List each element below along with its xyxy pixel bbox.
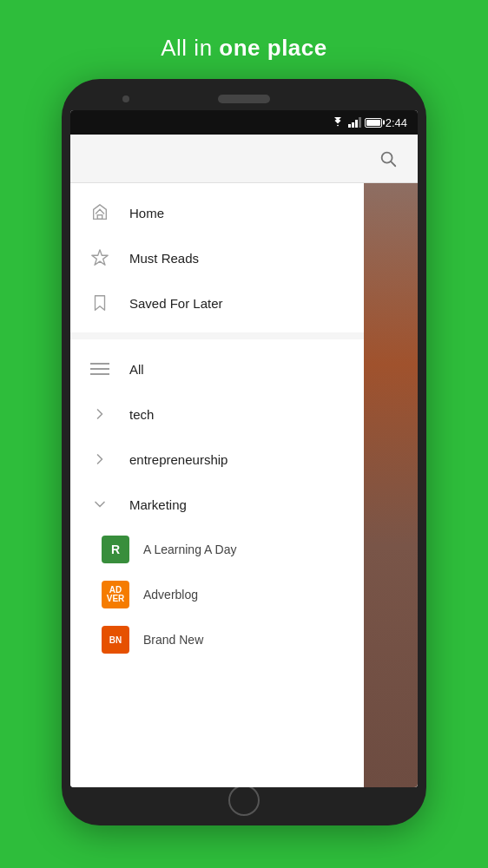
feed-ent-label: entrepreneurship: [129, 452, 379, 467]
chevron-right-icon-wrapper-tech: [84, 405, 115, 423]
chevron-right-icon: [91, 405, 109, 423]
status-bar: 2:44: [70, 110, 418, 135]
app-header: [70, 135, 418, 183]
sub-icon-adverblog-letter: ADVER: [107, 586, 125, 603]
battery-icon: [365, 118, 382, 128]
content-bg: [364, 183, 418, 787]
status-icons: 2:44: [331, 116, 407, 129]
sub-icon-brand-new: BN: [102, 626, 129, 654]
chevron-down-icon: [91, 496, 109, 513]
search-icon: [379, 149, 398, 168]
star-icon: [90, 248, 109, 267]
nav-item-must-reads-label: Must Reads: [129, 251, 398, 266]
home-icon-wrapper: [84, 203, 115, 222]
feed-tech-label: tech: [129, 407, 379, 422]
feed-all-label: All: [129, 362, 379, 377]
chevron-down-icon-wrapper: [84, 496, 115, 513]
content-panel: [364, 183, 418, 787]
bookmark-icon: [90, 293, 109, 312]
signal-icon: [348, 117, 361, 128]
headline: All in one place: [161, 35, 327, 62]
phone-top-bar: [70, 91, 418, 110]
nav-item-saved-label: Saved For Later: [129, 296, 404, 311]
sub-label-adverblog: Adverblog: [143, 588, 398, 602]
sub-icon-adverblog: ADVER: [102, 581, 129, 608]
chevron-right-icon-2: [91, 450, 109, 468]
phone-screen: 2:44: [70, 110, 418, 787]
home-button[interactable]: [228, 785, 260, 816]
svg-line-1: [391, 161, 395, 166]
sub-icon-alad: R: [102, 536, 129, 563]
svg-rect-2: [97, 215, 102, 220]
sub-icon-brand-new-letter: BN: [109, 635, 122, 645]
feedly-icon: [90, 203, 109, 222]
search-button[interactable]: [373, 143, 404, 174]
status-time: 2:44: [386, 116, 407, 129]
phone-speaker: [218, 95, 270, 103]
nav-item-home-label: Home: [129, 206, 404, 220]
phone-bottom-bar: [70, 787, 418, 813]
sub-label-alad: A Learning A Day: [143, 542, 392, 556]
headline-normal: All in: [161, 35, 219, 61]
menu-icon-wrapper: [84, 361, 115, 377]
star-icon-wrapper: [84, 248, 115, 267]
feed-marketing-label: Marketing: [129, 497, 385, 512]
headline-bold: one place: [219, 35, 326, 61]
menu-icon: [90, 361, 109, 377]
phone-camera: [122, 95, 129, 102]
bookmark-icon-wrapper: [84, 293, 115, 312]
phone-frame: 2:44: [62, 79, 426, 825]
sub-icon-alad-letter: R: [111, 542, 120, 556]
sub-label-brand-new: Brand New: [143, 633, 392, 647]
wifi-icon: [331, 117, 345, 128]
chevron-right-icon-wrapper-ent: [84, 450, 115, 468]
